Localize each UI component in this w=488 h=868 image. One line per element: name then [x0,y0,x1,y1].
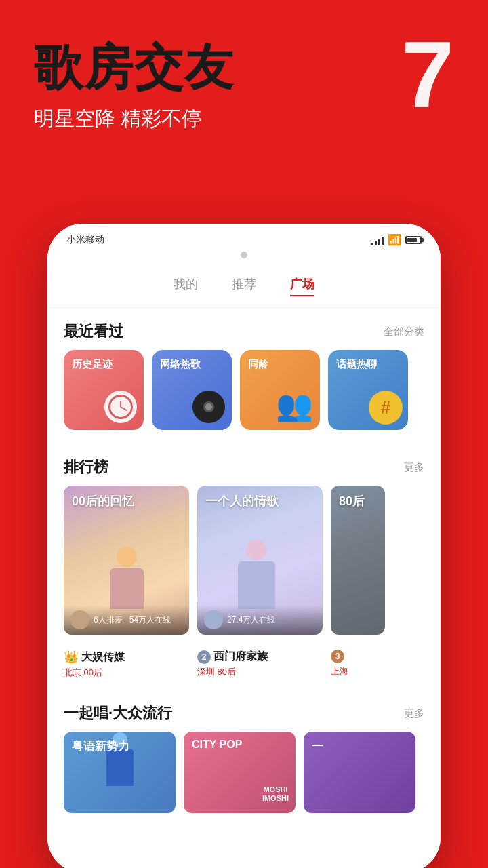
rank-info-1: 👑 大娱传媒 北京 00后 [64,650,189,679]
recently-viewed-more[interactable]: 全部分类 [384,326,424,338]
rank-card-3[interactable]: 80后 [331,486,385,635]
sing-card-label-citypop: CITY POP [192,738,242,751]
rank-info-3: 3 上海 [331,650,385,679]
signal-bars-icon [371,235,384,245]
tab-mine[interactable]: 我的 [174,276,198,296]
rank-card-1[interactable]: 00后的回忆 6人排麦 54万人在线 [64,486,189,635]
recently-viewed-title: 最近看过 [64,321,123,342]
rank-num-3-badge: 3 [331,650,344,663]
vinyl-disc-icon [192,391,225,423]
sing-card-citypop[interactable]: CITY POP MOSHIIMOSHI [184,732,296,813]
category-card-same-age[interactable]: 同龄 👥 [240,350,320,430]
phone-wrapper: 小米移动 📶 我的 推荐 [0,224,488,868]
rank-sub-3: 上海 [331,665,385,677]
category-label-same-age: 同龄 [248,358,268,371]
sing-card-cantonese[interactable]: 粤语新势力 [64,732,176,813]
sing-together-section: 一起唱·大众流行 更多 粤语新势力 [47,690,441,827]
ranking-more[interactable]: 更多 [404,461,424,474]
rank-card-title-3: 80后 [339,494,365,509]
sing-card-label-other: 一 [312,738,323,754]
sing-cards: 粤语新势力 CITY POP MOSHIIMOSHI [47,732,441,820]
rank-avatar-2 [204,610,223,629]
rank-info-2: 2 西门府家族 深圳 80后 [197,650,323,679]
banner-number: 7 [401,27,454,122]
category-label-history: 历史足迹 [72,358,113,371]
sing-together-more[interactable]: 更多 [404,707,424,720]
sing-together-header: 一起唱·大众流行 更多 [47,690,441,732]
rank-num-2-badge: 2 [197,650,211,664]
ranking-header: 排行榜 更多 [47,443,441,486]
status-bar: 小米移动 📶 [47,224,441,252]
moshi-imoshi-text: MOSHIIMOSHI [262,785,289,803]
ranking-cards: 00后的回忆 6人排麦 54万人在线 [47,486,441,646]
rank-sub-2: 深圳 80后 [197,666,323,678]
status-icons: 📶 [371,233,422,246]
rank-footer-text-2: 27.4万人在线 [227,614,275,626]
notch-dot [241,252,247,258]
category-card-hot[interactable]: 网络热歌 [152,350,232,430]
category-cards: 历史足迹 网络热歌 同 [47,350,441,443]
banner-title: 歌房交友 [34,41,454,94]
sing-card-label-cantonese: 粤语新势力 [72,738,129,754]
rank-card-title-2: 一个人的情歌 [205,494,279,509]
rank-card-footer-1: 6人排麦 54万人在线 [64,605,189,635]
carrier-label: 小米移动 [66,234,104,246]
rank-crown-icon: 👑 [64,650,79,665]
wifi-icon: 📶 [388,233,401,246]
rank-name-2: 2 西门府家族 [197,650,323,664]
category-label-hot: 网络热歌 [160,358,201,371]
banner-subtitle: 明星空降 精彩不停 [34,105,454,133]
category-card-topic[interactable]: 话题热聊 # [328,350,408,430]
top-banner: 歌房交友 明星空降 精彩不停 7 [0,0,488,217]
recently-viewed-header: 最近看过 全部分类 [47,308,441,350]
tab-recommend[interactable]: 推荐 [232,276,256,296]
rank-card-footer-2: 27.4万人在线 [197,605,323,635]
clock-icon [104,391,137,423]
rank-name-3: 3 [331,650,385,663]
app-content: 我的 推荐 广场 最近看过 全部分类 历史足迹 [47,262,441,868]
battery-icon [405,236,422,244]
rank-card-2[interactable]: 一个人的情歌 27.4万人在线 [197,486,323,635]
nav-tabs: 我的 推荐 广场 [47,262,441,308]
rank-card-title-1: 00后的回忆 [72,494,134,509]
hash-icon: # [369,391,403,425]
rank-avatar-1 [70,610,89,629]
rank-footer-text-1: 6人排麦 54万人在线 [94,614,171,626]
ranking-info: 👑 大娱传媒 北京 00后 2 西门府家族 深圳 80后 3 [47,646,441,690]
ranking-title: 排行榜 [64,457,108,477]
people-icon: 👥 [276,388,313,423]
phone-notch [47,252,441,262]
sing-card-other[interactable]: 一 [304,732,415,813]
category-card-history[interactable]: 历史足迹 [64,350,144,430]
tab-square[interactable]: 广场 [290,276,314,296]
sing-together-title: 一起唱·大众流行 [64,703,172,724]
category-label-topic: 话题热聊 [336,358,377,371]
phone-mockup: 小米移动 📶 我的 推荐 [47,224,441,868]
rank-sub-1: 北京 00后 [64,667,189,679]
rank-name-1: 👑 大娱传媒 [64,650,189,665]
